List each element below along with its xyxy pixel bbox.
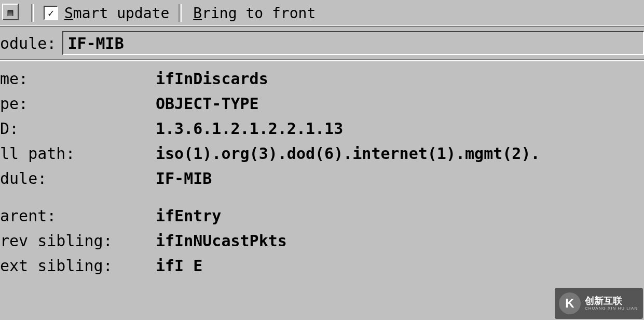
next-sibling-row: ext sibling: ifI E xyxy=(0,254,644,278)
prev-sibling-label: rev sibling: xyxy=(0,229,156,254)
next-sibling-label: ext sibling: xyxy=(0,254,156,278)
smart-update-checkbox[interactable]: ✓ Smart update xyxy=(44,5,169,22)
fullpath-label: ll path: xyxy=(0,141,156,166)
module-row: odule: xyxy=(0,27,644,60)
type-row: pe: OBJECT-TYPE xyxy=(0,91,644,116)
watermark-main: 创新互联 xyxy=(585,296,638,306)
toolbar-separator xyxy=(179,4,182,22)
module-label: odule: xyxy=(0,34,56,52)
oid-value: 1.3.6.1.2.1.2.2.1.13 xyxy=(156,116,644,141)
detail-module-value: IF-MIB xyxy=(156,166,644,191)
oid-label: D: xyxy=(0,116,156,141)
prev-sibling-value: ifInNUcastPkts xyxy=(156,229,644,254)
gap xyxy=(0,191,644,204)
type-value: OBJECT-TYPE xyxy=(156,91,644,116)
parent-row: arent: ifEntry xyxy=(0,204,644,229)
watermark-sub: CHUANG XIN HU LIAN xyxy=(585,306,638,311)
name-label: me: xyxy=(0,66,156,91)
mib-browser-window: ▤ ✓ Smart update Bring to front odule: m… xyxy=(0,0,644,320)
detail-module-label: dule: xyxy=(0,166,156,191)
toolbar-separator xyxy=(31,4,34,22)
next-sibling-value: ifI E xyxy=(156,254,644,278)
smart-update-label: Smart update xyxy=(64,5,169,22)
detail-module-row: dule: IF-MIB xyxy=(0,166,644,191)
name-row: me: ifInDiscards xyxy=(0,66,644,91)
fullpath-value: iso(1).org(3).dod(6).internet(1).mgmt(2)… xyxy=(156,141,644,166)
checkbox-icon: ✓ xyxy=(44,6,58,20)
watermark-text: 创新互联 CHUANG XIN HU LIAN xyxy=(585,296,638,311)
tool-icon[interactable]: ▤ xyxy=(2,4,19,20)
parent-value: ifEntry xyxy=(156,204,644,229)
watermark-badge-icon: K xyxy=(559,292,581,314)
watermark: K 创新互联 CHUANG XIN HU LIAN xyxy=(555,288,643,319)
oid-row: D: 1.3.6.1.2.1.2.2.1.13 xyxy=(0,116,644,141)
prev-sibling-row: rev sibling: ifInNUcastPkts xyxy=(0,229,644,254)
bring-to-front-button[interactable]: Bring to front xyxy=(191,5,318,22)
parent-label: arent: xyxy=(0,204,156,229)
toolbar: ▤ ✓ Smart update Bring to front xyxy=(0,0,644,27)
fullpath-row: ll path: iso(1).org(3).dod(6).internet(1… xyxy=(0,141,644,166)
module-input[interactable] xyxy=(62,31,644,55)
type-label: pe: xyxy=(0,91,156,116)
name-value: ifInDiscards xyxy=(156,66,644,91)
detail-panel: me: ifInDiscards pe: OBJECT-TYPE D: 1.3.… xyxy=(0,60,644,320)
